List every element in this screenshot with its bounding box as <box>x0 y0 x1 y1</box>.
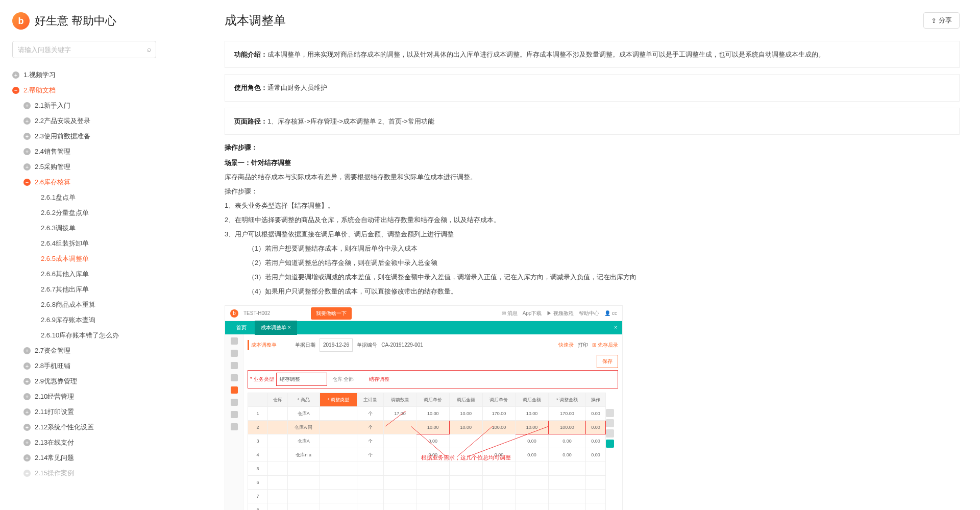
table-cell <box>383 421 416 434</box>
table-row: 3仓库A个0.000.000.000.00 <box>248 434 606 448</box>
nav-2-6-9[interactable]: 2.6.9库存账本查询 <box>12 312 156 328</box>
nav-2-11[interactable]: +2.11打印设置 <box>12 404 156 420</box>
expand-icon: + <box>23 362 31 370</box>
table-cell: 仓库n a <box>287 448 320 462</box>
table-cell: 仓库A 同 <box>287 421 320 434</box>
intro-label: 功能介绍： <box>234 51 267 58</box>
table-cell <box>320 503 357 510</box>
expand-icon: + <box>23 133 31 140</box>
table-cell: 个 <box>357 421 384 434</box>
expand-icon: + <box>23 470 31 477</box>
nav-2-14[interactable]: +2.14常见问题 <box>12 450 156 466</box>
embed-action-button: 我要做啥一下 <box>311 307 352 320</box>
nav-video[interactable]: +1.视频学习 <box>12 67 156 83</box>
table-cell <box>383 476 416 490</box>
table-cell <box>357 503 384 510</box>
logo-icon: b <box>12 12 30 30</box>
nav-2-6-6[interactable]: 2.6.6其他入库单 <box>12 266 156 282</box>
table-cell <box>548 476 585 490</box>
table-cell <box>383 462 416 476</box>
table-row: 7 <box>248 490 606 503</box>
expand-icon: + <box>23 393 31 400</box>
search-input[interactable] <box>12 41 156 58</box>
table-cell <box>320 490 357 503</box>
brand-row: b 好生意 帮助中心 <box>12 12 156 30</box>
expand-icon: + <box>23 424 31 431</box>
table-cell <box>482 490 516 503</box>
nav-2-6-10[interactable]: 2.6.10库存账本错了怎么办 <box>12 328 156 343</box>
tool-icon <box>606 419 614 427</box>
nav-2-7[interactable]: +2.7资金管理 <box>12 343 156 358</box>
nav-2-6-5[interactable]: 2.6.5成本调整单 <box>12 251 156 266</box>
nav-2-4[interactable]: +2.4销售管理 <box>12 144 156 159</box>
table-cell <box>267 434 287 448</box>
nav-2-6-7[interactable]: 2.6.7其他出库单 <box>12 282 156 297</box>
table-cell: 个 <box>357 434 384 448</box>
step-3d: （4）如果用户只调整部分数量的成本，可以直接修改带出的结存数量。 <box>225 285 960 298</box>
table-cell <box>267 421 287 434</box>
nav-2-6-3[interactable]: 2.6.3调拨单 <box>12 221 156 236</box>
tool-icon <box>606 429 614 438</box>
nav-2-15[interactable]: +2.15操作案例 <box>12 466 156 481</box>
nav-2-12[interactable]: +2.12系统个性化设置 <box>12 420 156 435</box>
expand-icon: + <box>23 117 31 125</box>
table-cell: 0.00 <box>548 448 585 462</box>
embed-filter-value: 结存调整 <box>276 373 327 386</box>
table-cell <box>548 503 585 510</box>
nav-2-10[interactable]: +2.10经营管理 <box>12 389 156 404</box>
embed-date-label: 单据日期 <box>295 340 315 350</box>
table-cell <box>383 434 416 448</box>
embed-right-icons <box>606 391 618 510</box>
title-row: 成本调整单 ⇪分享 <box>225 12 960 29</box>
share-icon: ⇪ <box>931 17 937 25</box>
table-cell <box>449 462 482 476</box>
nav-2-1[interactable]: +2.1新手入门 <box>12 98 156 113</box>
nav-2-9[interactable]: +2.9优惠券管理 <box>12 374 156 389</box>
nav-2-6-2[interactable]: 2.6.2分量盘点单 <box>12 205 156 221</box>
nav-2-5[interactable]: +2.5采购管理 <box>12 159 156 175</box>
embed-save-btn: 保存 <box>597 355 618 368</box>
table-row: 5 <box>248 462 606 476</box>
path-box: 页面路径：1、库存核算->库存管理->成本调整单 2、首页->常用功能 <box>225 108 960 135</box>
table-cell: 个 <box>357 407 384 421</box>
embed-content: 成本调整单 单据日期 2019-12-26 单据编号 CA-20191229-0… <box>243 334 622 510</box>
sidebar: b 好生意 帮助中心 ⌕ +1.视频学习 −2.帮助文档 +2.1新手入门 +2… <box>0 0 168 510</box>
nav-2-13[interactable]: +2.13在线支付 <box>12 435 156 450</box>
table-cell: 10.00 <box>416 421 450 434</box>
table-header: 调前数量 <box>383 393 416 407</box>
share-button[interactable]: ⇪分享 <box>923 12 960 29</box>
table-cell <box>287 462 320 476</box>
table-row: 2仓库A 同个10.0010.00100.0010.00100.000.00 <box>248 421 606 434</box>
table-cell: 10.00 <box>449 407 482 421</box>
embed-tab-home: 首页 <box>230 321 253 335</box>
table-cell: 170.00 <box>548 407 585 421</box>
table-cell <box>357 490 384 503</box>
nav-2-6[interactable]: −2.6库存核算 <box>12 175 156 190</box>
screenshot-embed: b TEST-H002 我要做啥一下 ✉ 消息 App下载 ▶ 视频教程 帮助中… <box>225 305 623 510</box>
nav-help-docs[interactable]: −2.帮助文档 <box>12 83 156 98</box>
table-cell: 0.00 <box>548 434 585 448</box>
table-row: 8 <box>248 503 606 510</box>
expand-icon: + <box>23 408 31 416</box>
nav-2-6-8[interactable]: 2.6.8商品成本重算 <box>12 297 156 312</box>
table-cell: 1 <box>248 407 268 421</box>
table-cell <box>482 503 516 510</box>
collapse-icon: − <box>12 87 19 94</box>
expand-icon: + <box>23 454 31 462</box>
table-cell <box>383 490 416 503</box>
tool-icon <box>606 409 614 417</box>
table-cell <box>586 476 606 490</box>
table-cell: 0.00 <box>516 434 549 448</box>
nav-2-2[interactable]: +2.2产品安装及登录 <box>12 113 156 129</box>
nav-2-3[interactable]: +2.3使用前数据准备 <box>12 129 156 144</box>
side-icon <box>231 399 238 406</box>
search-icon[interactable]: ⌕ <box>147 45 151 53</box>
embed-tab-active: 成本调整单 × <box>255 321 297 335</box>
table-cell: 4 <box>248 448 268 462</box>
table-header: * 调整类型 <box>320 393 357 407</box>
table-cell: 0.00 <box>416 434 450 448</box>
nav-2-8[interactable]: +2.8手机旺铺 <box>12 358 156 374</box>
ops-label: 操作步骤： <box>225 185 960 198</box>
nav-2-6-1[interactable]: 2.6.1盘点单 <box>12 190 156 205</box>
nav-2-6-4[interactable]: 2.6.4组装拆卸单 <box>12 236 156 251</box>
